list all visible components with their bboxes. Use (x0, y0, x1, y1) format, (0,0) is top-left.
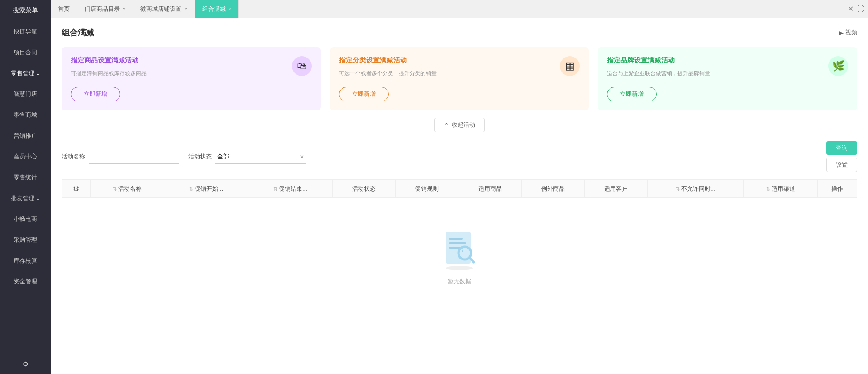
svg-rect-3 (449, 242, 466, 244)
video-label: 视频 (845, 29, 857, 37)
tab-label-combo-discount: 组合满减 (202, 0, 226, 18)
activity-card-category: ▦指定分类设置满减活动可选一个或者多个分类，提升分类的销量立即新增 (330, 47, 589, 110)
col-promo_end[interactable]: 促销结束... (248, 180, 332, 198)
activity-name-input[interactable] (89, 149, 179, 164)
gear-icon[interactable]: ⚙ (73, 185, 79, 192)
sidebar-item-retail-stats[interactable]: 零售统计 (0, 167, 51, 188)
svg-rect-4 (449, 247, 460, 249)
col-promo_rule: 促销规则 (395, 180, 458, 198)
query-button[interactable]: 查询 (826, 141, 857, 155)
svg-point-8 (462, 250, 463, 252)
tab-label-wechat-store: 微商城店铺设置 (140, 0, 181, 18)
col-activity_status: 活动状态 (332, 180, 395, 198)
col-promo_start[interactable]: 促销开始... (164, 180, 248, 198)
tab-wechat-store[interactable]: 微商城店铺设置× (133, 0, 195, 18)
tab-label-home: 首页 (58, 0, 70, 18)
col-applicable_channel[interactable]: 适用渠道 (744, 180, 818, 198)
sidebar-search[interactable]: 搜索菜单 (0, 0, 51, 21)
col-settings[interactable]: ⚙ (62, 180, 91, 198)
svg-point-0 (446, 266, 473, 270)
col-action: 操作 (818, 180, 857, 198)
tab-label-store-catalog: 门店商品目录 (85, 0, 120, 18)
sidebar-item-project-contract[interactable]: 项目合同 (0, 42, 51, 63)
collapse-label: 收起活动 (452, 121, 475, 129)
tab-combo-discount[interactable]: 组合满减× (195, 0, 239, 18)
sidebar-item-wholesale[interactable]: 批发管理 (0, 188, 51, 209)
page-header: 组合满减 ▶ 视频 (62, 27, 857, 38)
sidebar-item-smart-store[interactable]: 智慧门店 (0, 84, 51, 105)
empty-state: 暂无数据 (62, 198, 857, 304)
tab-store-catalog[interactable]: 门店商品目录× (77, 0, 133, 18)
col-exception_product: 例外商品 (521, 180, 584, 198)
sidebar-item-member-center[interactable]: 会员中心 (0, 146, 51, 167)
sidebar-item-retail-mall[interactable]: 零售商城 (0, 105, 51, 125)
collapse-btn[interactable]: ⌃ 收起活动 (434, 118, 485, 132)
activity-status-select[interactable]: 全部进行中已结束未开始 (215, 149, 306, 164)
activity-cards: 🛍指定商品设置满减活动可指定滞销商品或库存较多商品立即新增▦指定分类设置满减活动… (62, 47, 857, 110)
activity-status-label: 活动状态 (188, 153, 212, 161)
search-bar: 活动名称 活动状态 全部进行中已结束未开始 ∨ 查询 设置 (62, 141, 857, 172)
card-desc-product: 可指定滞销商品或库存较多商品 (71, 69, 312, 78)
empty-text: 暂无数据 (62, 278, 857, 286)
sidebar-item-inventory[interactable]: 库存核算 (0, 250, 51, 271)
collapse-bar: ⌃ 收起活动 (62, 118, 857, 132)
tab-close-combo-discount[interactable]: × (229, 0, 231, 18)
resize-window-icon[interactable]: ⛶ (857, 5, 864, 13)
activity-status-select-wrapper: 全部进行中已结束未开始 ∨ (215, 149, 306, 164)
collapse-icon: ⌃ (444, 122, 449, 129)
card-desc-brand: 适合与上游企业联合做营销，提升品牌销量 (607, 69, 848, 78)
sidebar-item-quick-nav[interactable]: 快捷导航 (0, 21, 51, 42)
setting-button[interactable]: 设置 (826, 158, 857, 172)
tab-close-wechat-store[interactable]: × (184, 0, 187, 18)
sidebar-item-purchase[interactable]: 采购管理 (0, 230, 51, 250)
col-applicable_customer: 适用客户 (585, 180, 648, 198)
activity-card-product: 🛍指定商品设置满减活动可指定滞销商品或库存较多商品立即新增 (62, 47, 321, 110)
video-link[interactable]: ▶ 视频 (839, 29, 857, 37)
col-no_concurrent[interactable]: 不允许同时... (648, 180, 744, 198)
card-btn-brand[interactable]: 立即新增 (607, 87, 657, 101)
close-window-icon[interactable]: ✕ (848, 5, 854, 13)
card-btn-category[interactable]: 立即新增 (339, 87, 389, 101)
activity-card-brand: 🌿指定品牌设置满减活动适合与上游企业联合做营销，提升品牌销量立即新增 (598, 47, 857, 110)
card-title-brand: 指定品牌设置满减活动 (607, 56, 848, 65)
sidebar-item-finance[interactable]: 资金管理 (0, 271, 51, 292)
col-activity_name[interactable]: 活动名称 (90, 180, 164, 198)
card-title-category: 指定分类设置满减活动 (339, 56, 580, 65)
main-area: 首页门店商品目录×微商城店铺设置×组合满减× ✕ ⛶ 组合满减 ▶ 视频 🛍指定… (51, 0, 868, 374)
empty-illustration (437, 225, 482, 270)
sidebar-item-ecommerce[interactable]: 小畅电商 (0, 209, 51, 230)
card-title-product: 指定商品设置满减活动 (71, 56, 312, 65)
card-icon-brand: 🌿 (828, 56, 848, 76)
search-actions: 查询 设置 (826, 141, 857, 172)
card-btn-product[interactable]: 立即新增 (71, 87, 120, 101)
sidebar-item-marketing[interactable]: 营销推广 (0, 125, 51, 146)
svg-rect-2 (449, 238, 463, 240)
page-title: 组合满减 (62, 27, 94, 38)
activity-name-label: 活动名称 (62, 153, 85, 161)
gear-icon: ⚙ (23, 360, 29, 368)
col-applicable_product: 适用商品 (458, 180, 521, 198)
play-icon: ▶ (839, 29, 844, 36)
sidebar-item-retail-management[interactable]: 零售管理 (0, 63, 51, 84)
card-desc-category: 可选一个或者多个分类，提升分类的销量 (339, 69, 580, 78)
activity-name-field: 活动名称 (62, 149, 179, 164)
tab-home[interactable]: 首页 (51, 0, 77, 18)
tab-bar-actions: ✕ ⛶ (848, 5, 868, 13)
tab-bar: 首页门店商品目录×微商城店铺设置×组合满减× ✕ ⛶ (51, 0, 868, 18)
sidebar-settings-btn[interactable]: ⚙ (0, 354, 51, 374)
svg-point-6 (461, 249, 469, 257)
card-icon-product: 🛍 (292, 56, 312, 76)
sidebar: 搜索菜单 快捷导航项目合同零售管理智慧门店零售商城营销推广会员中心零售统计批发管… (0, 0, 51, 374)
tab-close-store-catalog[interactable]: × (123, 0, 125, 18)
data-table: ⚙活动名称促销开始...促销结束...活动状态促销规则适用商品例外商品适用客户不… (62, 179, 857, 198)
main-content: 组合满减 ▶ 视频 🛍指定商品设置满减活动可指定滞销商品或库存较多商品立即新增▦… (51, 18, 868, 374)
activity-status-field: 活动状态 全部进行中已结束未开始 ∨ (188, 149, 306, 164)
